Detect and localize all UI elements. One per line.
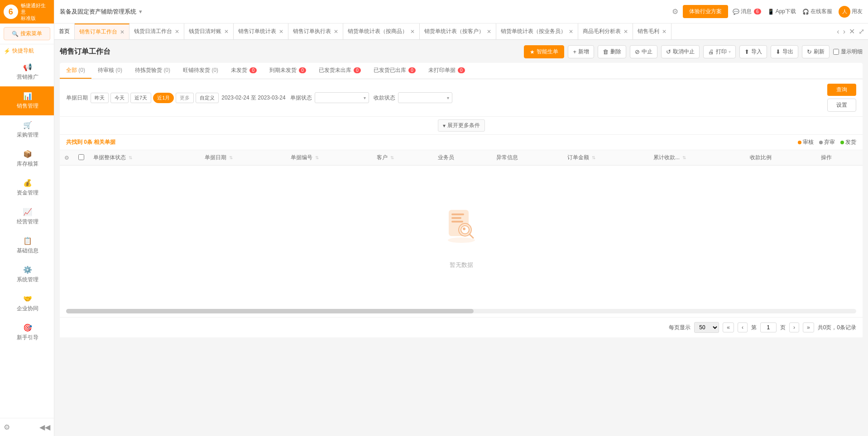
tab-close-gross-margin[interactable]: ✕: [623, 29, 628, 34]
tab-close-cash-reconcile[interactable]: ✕: [224, 29, 229, 34]
next-page-button[interactable]: ›: [789, 322, 799, 332]
scrollbar-thumb[interactable]: [66, 309, 474, 313]
import-button[interactable]: ⬆ 导入: [739, 45, 767, 58]
prev-page-button[interactable]: ‹: [738, 322, 748, 332]
settings-footer-icon[interactable]: ⚙: [4, 423, 10, 431]
last-page-button[interactable]: »: [803, 322, 814, 332]
tab-close-sales-order[interactable]: ✕: [120, 29, 125, 35]
sidebar-item-finance[interactable]: 💰 资金管理: [0, 173, 54, 202]
ship-meta-button[interactable]: 发货: [840, 138, 856, 146]
show-detail-toggle[interactable]: 显示明细: [833, 48, 863, 56]
sidebar-item-system[interactable]: ⚙️ 系统管理: [0, 260, 54, 289]
expand-filter-button[interactable]: ▾ 展开更多条件: [438, 119, 485, 132]
tab-sales-summary-customer[interactable]: 销货单统计表（按客户） ✕: [420, 24, 496, 40]
sort-status-icon[interactable]: ⇅: [129, 155, 132, 160]
sidebar-item-enterprise[interactable]: 🤝 企业协同: [0, 289, 54, 318]
refresh-button[interactable]: ↻ 刷新: [802, 45, 830, 58]
date-btn-1month[interactable]: 近1月: [153, 93, 174, 103]
page-input[interactable]: [760, 322, 777, 332]
date-btn-more[interactable]: 更多: [176, 93, 194, 103]
sub-tab-not-shipped[interactable]: 未发货 0: [225, 63, 263, 79]
tab-maximize[interactable]: ⤢: [858, 26, 865, 37]
tab-close-sales-gross[interactable]: ✕: [662, 29, 667, 34]
search-button[interactable]: 查询: [827, 84, 856, 96]
online-service-button[interactable]: 🎧 在线客服: [802, 8, 832, 15]
tab-nav-buttons: ‹ › ✕ ⤢: [833, 26, 868, 37]
tab-sales-summary-staff[interactable]: 销货单统计表（按业务员） ✕: [496, 24, 578, 40]
tab-cash-reconcile[interactable]: 钱货日清对账 ✕: [184, 24, 234, 40]
sort-date-icon[interactable]: ⇅: [229, 155, 233, 160]
page-size-select[interactable]: 50 10 20 100: [694, 322, 719, 333]
filter-date-group: 单据日期 昨天 今天 近7天 近1月 更多 自定义 2023-02-24 至 2…: [66, 93, 286, 103]
sub-tab-wangpu[interactable]: 旺铺待发货 (0): [177, 63, 225, 79]
date-btn-7days[interactable]: 近7天: [130, 93, 151, 103]
tab-sales-summary-product[interactable]: 销货单统计表（按商品） ✕: [343, 24, 420, 40]
tab-scroll-right[interactable]: ›: [842, 27, 846, 37]
date-btn-custom[interactable]: 自定义: [196, 93, 219, 103]
show-detail-checkbox[interactable]: [833, 49, 839, 55]
audit-meta-button[interactable]: 审核: [798, 138, 814, 146]
empty-state: 暂无数据: [60, 166, 863, 305]
trial-button[interactable]: 体验行业方案: [683, 5, 728, 18]
sub-tab-not-printed[interactable]: 未打印单据 0: [422, 63, 471, 79]
search-menu-button[interactable]: 🔍 搜索菜单: [4, 27, 50, 40]
select-all-checkbox[interactable]: [78, 154, 84, 160]
sub-tab-overdue-not-shipped[interactable]: 到期未发货 0: [263, 63, 312, 79]
collapse-sidebar-icon[interactable]: ◀◀: [39, 423, 50, 431]
tab-close-cash-daily[interactable]: ✕: [175, 29, 179, 34]
tab-close-sales-stats[interactable]: ✕: [279, 29, 283, 34]
sub-tab-shipped-not-out[interactable]: 已发货未出库 0: [312, 63, 367, 79]
print-button[interactable]: 🖨 打印 ▾: [703, 45, 736, 58]
filter-status-group: 单据状态: [290, 92, 369, 103]
sidebar-item-marketing[interactable]: 📢 营销推广: [0, 57, 54, 86]
sub-tab-shipped-out[interactable]: 已发货已出库 0: [367, 63, 422, 79]
quick-nav[interactable]: ⚡ 快捷导航: [0, 44, 54, 57]
set-button[interactable]: 设置: [827, 99, 856, 112]
tab-sales-exec[interactable]: 销售订单执行表 ✕: [288, 24, 343, 40]
tab-close-summary-customer[interactable]: ✕: [487, 29, 491, 34]
tab-sales-gross[interactable]: 销售毛利 ✕: [633, 24, 671, 40]
tab-sales-stats[interactable]: 销售订单统计表 ✕: [234, 24, 288, 40]
tab-close-summary-staff[interactable]: ✕: [569, 29, 573, 34]
tab-close-current[interactable]: ✕: [848, 26, 856, 37]
tab-scroll-left[interactable]: ‹: [836, 27, 840, 37]
tab-cash-daily[interactable]: 钱货日清工作台 ✕: [129, 24, 184, 40]
export-button[interactable]: ⬇ 导出: [771, 45, 798, 58]
date-btn-today[interactable]: 今天: [110, 93, 129, 103]
system-dropdown-icon[interactable]: ▾: [139, 8, 142, 15]
stop-button[interactable]: ⊘ 中止: [630, 45, 657, 58]
tab-gross-margin[interactable]: 商品毛利分析表 ✕: [578, 24, 633, 40]
topbar-gear-icon[interactable]: ⚙: [672, 7, 678, 16]
sidebar-item-base[interactable]: 📋 基础信息: [0, 231, 54, 260]
smart-generate-button[interactable]: ★ 智能生单: [524, 45, 564, 58]
sub-tab-pending-inspect[interactable]: 待拣货验货 (0): [129, 63, 177, 79]
date-btn-yesterday[interactable]: 昨天: [91, 93, 109, 103]
sidebar-item-inventory[interactable]: 📦 库存核算: [0, 144, 54, 173]
sub-tab-pending[interactable]: 待审核 (0): [91, 63, 129, 79]
tab-home[interactable]: 首页: [54, 24, 75, 40]
delete-button[interactable]: 🗑 删除: [598, 45, 626, 58]
sidebar-item-sales[interactable]: 📊 销售管理: [0, 86, 54, 115]
sort-customer-icon[interactable]: ⇅: [390, 155, 394, 160]
tab-close-sales-exec[interactable]: ✕: [334, 29, 338, 34]
sidebar-item-guide[interactable]: 🎯 新手引导: [0, 318, 54, 347]
status-select[interactable]: [315, 92, 369, 103]
payment-select[interactable]: [398, 92, 452, 103]
tab-close-summary-product[interactable]: ✕: [410, 29, 415, 34]
add-button[interactable]: + 新增: [568, 45, 594, 58]
horizontal-scrollbar[interactable]: [66, 309, 856, 313]
sort-amount-icon[interactable]: ⇅: [592, 155, 595, 160]
sub-tab-all[interactable]: 全部 (0): [60, 63, 91, 79]
abandon-audit-meta-button[interactable]: 弃审: [819, 138, 835, 146]
user-menu[interactable]: 人 用友: [839, 6, 863, 18]
message-button[interactable]: 💬 消息 6: [733, 8, 761, 15]
sidebar-item-operations[interactable]: 📈 经营管理: [0, 202, 54, 231]
sort-number-icon[interactable]: ⇅: [315, 155, 319, 160]
app-download-button[interactable]: 📱 App下载: [767, 8, 796, 15]
col-settings[interactable]: ⚙: [60, 150, 74, 166]
sidebar-item-purchase[interactable]: 🛒 采购管理: [0, 115, 54, 144]
first-page-button[interactable]: «: [723, 322, 734, 332]
sort-collected-icon[interactable]: ⇅: [682, 155, 686, 160]
tab-sales-order-workbench[interactable]: 销售订单工作台 ✕: [75, 24, 129, 40]
cancel-stop-button[interactable]: ↺ 取消中止: [661, 45, 700, 58]
